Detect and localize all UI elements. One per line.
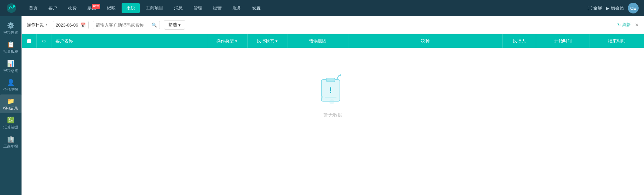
sidebar-label-settlement: 汇算清缴 (3, 125, 18, 129)
nav-right: ⛶ 全屏 ▶ 畅会员 CE (588, 3, 639, 13)
new-badge: new (92, 4, 100, 9)
search-input-wrap[interactable]: 🔍 (93, 21, 160, 29)
tax-settings-icon: ⚙️ (7, 22, 15, 30)
tax-summary-icon: 📊 (7, 60, 15, 68)
date-label: 操作日期： (27, 22, 49, 28)
filter-label: 筛选 (168, 22, 177, 28)
th-customer: 客户名称 (51, 34, 207, 48)
content-area: 操作日期： 2023-06-06 📅 🔍 筛选 ▾ ↻ 刷新 × (22, 16, 644, 195)
nav-item-manage[interactable]: 管理 (189, 3, 207, 13)
nav-item-messages[interactable]: 消息 (169, 3, 187, 13)
main-layout: ⚙️ 报税设置 📋 批量报税 📊 报税总览 👤 个税申报 📁 报税记录 💹 汇算… (0, 16, 644, 195)
search-input[interactable] (96, 23, 152, 28)
sidebar-item-tax-settings[interactable]: ⚙️ 报税设置 (0, 19, 22, 38)
sidebar-item-tax-records[interactable]: 📁 报税记录 (0, 94, 22, 113)
nav-item-settings[interactable]: 设置 (247, 3, 265, 13)
nav-item-home[interactable]: 首页 (24, 3, 42, 13)
refresh-button[interactable]: ↻ 刷新 (617, 22, 631, 28)
status-filter-icon: ▼ (275, 39, 278, 43)
svg-marker-3 (339, 74, 341, 76)
date-picker[interactable]: 2023-06-06 📅 (53, 21, 89, 29)
refresh-icon: ↻ (617, 23, 621, 28)
filter-button[interactable]: 筛选 ▾ (164, 20, 185, 30)
nav-item-customer[interactable]: 客户 (44, 3, 62, 13)
nav-item-services[interactable]: 服务 (228, 3, 246, 13)
settlement-icon: 💹 (7, 116, 15, 124)
top-nav: 首页 客户 收费 票据 new 记账 报税 工商项目 消息 管理 经营 服务 设… (0, 0, 644, 16)
settings-icon: ⚙ (42, 39, 46, 44)
nav-item-accounts[interactable]: 记账 (102, 3, 120, 13)
fullscreen-icon: ⛶ (588, 6, 592, 11)
chevron-down-icon: ▾ (178, 23, 181, 28)
svg-point-8 (320, 96, 323, 98)
th-starttime: 开始时间 (536, 34, 590, 48)
select-all-checkbox[interactable] (27, 39, 31, 43)
th-executor: 执行人 (503, 34, 536, 48)
svg-point-1 (13, 5, 15, 7)
nav-item-tax[interactable]: 报税 (122, 3, 140, 13)
sidebar: ⚙️ 报税设置 📋 批量报税 📊 报税总览 👤 个税申报 📁 报税记录 💹 汇算… (0, 16, 22, 195)
nav-item-business[interactable]: 工商项目 (141, 3, 168, 13)
th-checkbox[interactable] (22, 34, 37, 48)
batch-tax-icon: 📋 (7, 40, 15, 48)
toolbar: 操作日期： 2023-06-06 📅 🔍 筛选 ▾ ↻ 刷新 × (22, 16, 644, 34)
th-settings[interactable]: ⚙ (37, 34, 51, 48)
sidebar-label-tax-records: 报税记录 (3, 106, 18, 111)
annual-report-icon: 🏢 (7, 135, 15, 143)
nav-item-finance[interactable]: 经营 (208, 3, 226, 13)
app-logo[interactable] (5, 2, 17, 14)
sidebar-item-tax-summary[interactable]: 📊 报税总览 (0, 57, 22, 76)
date-value: 2023-06-06 (56, 23, 78, 28)
sidebar-label-batch-tax: 批量报税 (3, 49, 18, 54)
sidebar-label-tax-settings: 报税设置 (3, 30, 18, 35)
table-wrap: ⚙ 客户名称 操作类型 ▼ 执行状态 ▼ 错误股因 税种 (22, 34, 644, 195)
personal-tax-icon: 👤 (7, 78, 15, 86)
optype-filter-icon: ▼ (234, 39, 238, 43)
nav-item-invoice[interactable]: 票据 new (83, 3, 101, 13)
th-endtime: 结束时间 (590, 34, 644, 48)
sidebar-item-personal-tax[interactable]: 👤 个税申报 (0, 76, 22, 94)
sidebar-item-annual-report[interactable]: 🏢 工商年报 (0, 132, 22, 151)
th-taxtype: 税种 (348, 34, 503, 48)
member-button[interactable]: ▶ 畅会员 (606, 5, 624, 11)
th-error: 错误股因 (288, 34, 348, 48)
fullscreen-label: 全屏 (593, 5, 602, 11)
svg-point-9 (329, 100, 334, 105)
sidebar-item-batch-tax[interactable]: 📋 批量报税 (0, 38, 22, 56)
close-button[interactable]: × (635, 22, 639, 29)
refresh-label: 刷新 (622, 22, 631, 28)
empty-state: ! 暂无数据 (22, 48, 644, 139)
sidebar-label-tax-summary: 报税总览 (3, 68, 18, 73)
search-icon: 🔍 (152, 23, 157, 28)
calendar-icon: 📅 (80, 23, 86, 28)
sidebar-item-settlement[interactable]: 💹 汇算清缴 (0, 113, 22, 132)
empty-illustration: ! (313, 68, 353, 108)
th-status[interactable]: 执行状态 ▼ (248, 34, 288, 48)
nav-item-billing[interactable]: 收费 (63, 3, 81, 13)
avatar[interactable]: CE (628, 3, 639, 13)
svg-text:!: ! (329, 86, 332, 95)
table-header: ⚙ 客户名称 操作类型 ▼ 执行状态 ▼ 错误股因 税种 (22, 34, 644, 48)
member-label: 畅会员 (611, 5, 624, 11)
sidebar-label-annual-report: 工商年报 (3, 144, 18, 149)
nav-items: 首页 客户 收费 票据 new 记账 报税 工商项目 消息 管理 经营 服务 设… (24, 3, 588, 13)
tax-records-icon: 📁 (7, 97, 15, 105)
empty-text: 暂无数据 (324, 112, 342, 118)
th-optype[interactable]: 操作类型 ▼ (207, 34, 248, 48)
svg-rect-5 (326, 78, 335, 82)
video-icon: ▶ (606, 6, 609, 11)
fullscreen-button[interactable]: ⛶ 全屏 (588, 5, 602, 11)
sidebar-label-personal-tax: 个税申报 (3, 87, 18, 92)
